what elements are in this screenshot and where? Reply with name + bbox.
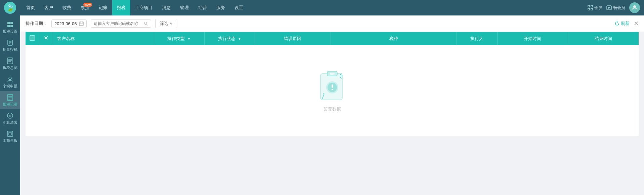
th-error-reason: 错误原因 — [255, 32, 331, 45]
sidebar-item-tax-records[interactable]: 报税记录 — [0, 91, 20, 109]
nav-management[interactable]: 经营 — [194, 0, 212, 15]
nav-settings[interactable]: 设置 — [230, 0, 248, 15]
svg-rect-26 — [7, 131, 13, 136]
svg-rect-27 — [9, 132, 11, 135]
th-settings[interactable] — [39, 32, 53, 45]
svg-rect-41 — [332, 84, 333, 88]
sidebar-item-annual-report[interactable]: 工商年报 — [0, 127, 20, 146]
settings-icon — [43, 35, 49, 41]
filter-label: 筛选 — [160, 21, 168, 27]
sidebar-label-settlement: 汇算清缴 — [3, 120, 17, 125]
date-picker[interactable]: 2023-06-06 — [51, 20, 87, 28]
svg-rect-7 — [7, 22, 10, 24]
sidebar-label-batch-tax: 批量报税 — [3, 47, 17, 52]
sidebar-label-annual-report: 工商年报 — [3, 139, 17, 143]
nav-menu: 首页 客户 收费 票据 new 记账 报税 工商项目 消息 管理 经营 服务 设… — [22, 0, 588, 15]
empty-state: 暂无数据 — [30, 48, 635, 132]
sidebar-label-tax-records: 报税记录 — [3, 102, 17, 107]
new-badge: new — [83, 3, 92, 7]
svg-rect-10 — [10, 25, 13, 27]
search-icon — [144, 21, 148, 26]
th-checkbox[interactable] — [26, 32, 39, 45]
filter-button[interactable]: 筛选 — [155, 19, 177, 28]
member-button[interactable]: 畅会员 — [606, 5, 625, 11]
svg-text:¥: ¥ — [9, 114, 11, 118]
th-tax-type: 税种 — [331, 32, 457, 45]
nav-business[interactable]: 工商项目 — [130, 0, 157, 15]
sidebar-item-tax-settings[interactable]: 报税设置 — [0, 18, 20, 36]
svg-point-6 — [633, 5, 636, 8]
th-executor: 执行人 — [457, 32, 497, 45]
main-content: 操作日期： 2023-06-06 筛选 — [20, 15, 644, 195]
sidebar-item-settlement[interactable]: ¥ 汇算清缴 — [0, 109, 20, 127]
svg-rect-38 — [330, 73, 335, 75]
sidebar-label-tax-settings: 报税设置 — [3, 29, 17, 34]
exec-status-filter-icon: ▼ — [238, 37, 241, 41]
sidebar-label-personal-tax: 个税申报 — [3, 84, 17, 88]
nav-customer[interactable]: 客户 — [40, 0, 58, 15]
records-table: 客户名称 操作类型 ▼ 执行状态 ▼ 错误原因 — [26, 32, 639, 136]
empty-state-text: 暂无数据 — [324, 106, 341, 112]
sidebar-label-tax-overview: 报税总览 — [3, 66, 17, 70]
close-button[interactable]: ✕ — [634, 20, 639, 27]
play-icon — [606, 5, 612, 10]
svg-rect-9 — [7, 25, 10, 27]
fullscreen-button[interactable]: 全屏 — [588, 5, 602, 11]
tax-records-icon — [6, 94, 14, 101]
personal-tax-icon — [6, 76, 14, 83]
search-input[interactable] — [94, 21, 142, 26]
nav-tax[interactable]: 报税 — [112, 0, 130, 15]
annual-report-icon — [6, 130, 14, 138]
svg-marker-5 — [608, 7, 610, 9]
tax-settings-icon — [6, 21, 14, 28]
svg-point-19 — [9, 77, 11, 80]
th-start-time: 开始时间 — [497, 32, 568, 45]
refresh-icon — [615, 21, 619, 26]
svg-rect-42 — [332, 89, 333, 90]
calendar-icon — [79, 21, 84, 26]
svg-rect-28 — [79, 22, 83, 26]
svg-point-35 — [44, 36, 48, 40]
nav-invoice[interactable]: 票据 new — [76, 0, 94, 15]
sidebar-item-batch-tax[interactable]: 批量报税 — [0, 36, 20, 54]
empty-illustration — [317, 69, 347, 102]
date-label: 操作日期： — [26, 21, 47, 27]
svg-rect-20 — [7, 94, 13, 101]
op-type-filter-icon: ▼ — [187, 37, 191, 41]
refresh-label: 刷新 — [621, 21, 630, 27]
svg-rect-1 — [591, 5, 593, 7]
app-logo[interactable]: 🍃 — [4, 2, 16, 14]
svg-point-32 — [144, 22, 147, 25]
toolbar: 操作日期： 2023-06-06 筛选 — [20, 15, 644, 32]
user-avatar[interactable] — [629, 2, 640, 13]
nav-home[interactable]: 首页 — [22, 0, 40, 15]
svg-rect-3 — [591, 8, 593, 10]
nav-accounting[interactable]: 记账 — [94, 0, 112, 15]
empty-state-cell: 暂无数据 — [26, 45, 639, 136]
empty-row: 暂无数据 — [26, 45, 639, 136]
svg-line-33 — [146, 24, 148, 26]
search-box[interactable] — [91, 20, 151, 28]
nav-admin[interactable]: 管理 — [175, 0, 194, 15]
sidebar-item-tax-overview[interactable]: 报税总览 — [0, 54, 20, 73]
nav-service[interactable]: 服务 — [212, 0, 230, 15]
sidebar: 报税设置 批量报税 报税总览 — [0, 15, 20, 195]
th-customer-name: 客户名称 — [53, 32, 154, 45]
th-op-type[interactable]: 操作类型 ▼ — [154, 32, 204, 45]
svg-rect-8 — [10, 22, 13, 24]
settlement-icon: ¥ — [6, 112, 14, 119]
chevron-down-icon — [170, 22, 173, 25]
svg-rect-0 — [588, 5, 590, 7]
nav-message[interactable]: 消息 — [157, 0, 175, 15]
table-header-row: 客户名称 操作类型 ▼ 执行状态 ▼ 错误原因 — [26, 32, 639, 45]
th-exec-status[interactable]: 执行状态 ▼ — [204, 32, 255, 45]
batch-tax-icon — [6, 39, 14, 46]
avatar-icon — [631, 4, 638, 11]
table-body: 暂无数据 — [26, 45, 639, 136]
refresh-button[interactable]: 刷新 — [615, 21, 630, 27]
tax-overview-icon — [6, 57, 14, 65]
nav-fee[interactable]: 收费 — [58, 0, 76, 15]
svg-rect-15 — [7, 58, 13, 64]
top-navigation: 🍃 首页 客户 收费 票据 new 记账 报税 工商项目 消息 管理 经营 服务… — [0, 0, 644, 15]
sidebar-item-personal-tax[interactable]: 个税申报 — [0, 73, 20, 91]
